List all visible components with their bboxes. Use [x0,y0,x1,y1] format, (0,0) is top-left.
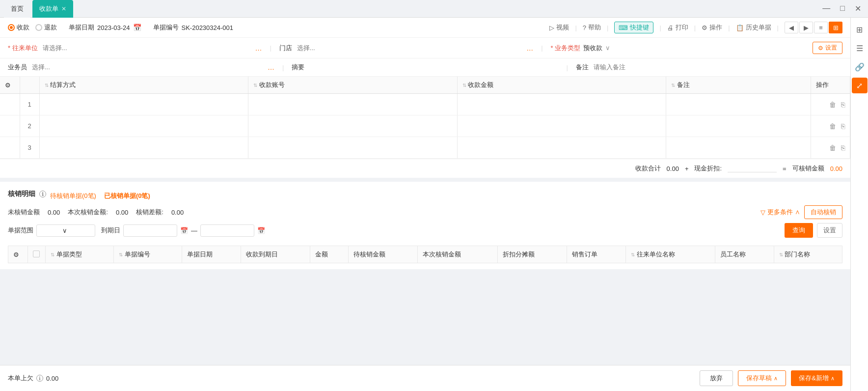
note-input[interactable] [592,62,842,72]
due-date-start-input[interactable]: 2022-04-01 [123,224,177,237]
maximize-btn[interactable]: □ [837,3,848,14]
salesman-more-icon[interactable]: … [268,63,274,71]
bill-range-field: 单据范围 ∨ [8,224,95,237]
counterpart-field: 往来单位 … [8,43,262,53]
available-label: 可核销金额 [792,164,824,173]
sidebar-expand-icon[interactable]: ⤢ [852,78,868,93]
row-account-cell[interactable] [248,94,458,115]
calendar-start-icon[interactable]: 📅 [180,227,188,234]
nav-next-btn[interactable]: ▶ [799,22,813,33]
tab-receipt[interactable]: 收款单 ✕ [32,0,73,18]
verify-tab-done[interactable]: 已核销单据(0笔) [104,192,150,200]
tab-home[interactable]: 首页 [4,0,30,18]
verify-info-icon[interactable]: ℹ [39,191,46,197]
radio-refund[interactable]: 退款 [35,23,57,32]
row-delete-icon[interactable]: 🗑 [829,122,836,130]
vth-discount: 折扣分摊额 [497,246,567,263]
tab-close-icon[interactable]: ✕ [61,5,66,12]
section-divider [0,178,850,182]
table-container: ⚙ ⇅ 结算方式 ⇅ 收款账号 ⇅ [0,77,850,159]
nav-grid-btn[interactable]: ⊞ [829,22,842,33]
action-operations[interactable]: ⚙ 操作 [702,23,722,32]
minimize-btn[interactable]: — [819,3,833,14]
close-btn[interactable]: ✕ [852,3,864,14]
auto-verify-btn[interactable]: 自动核销 [804,205,842,219]
store-more-icon[interactable]: … [526,44,533,52]
vth-settings[interactable]: ⚙ [8,246,28,263]
abandon-btn[interactable]: 放弃 [700,370,733,386]
total-label: 收款合计 [635,164,661,173]
verify-table-container: ⚙ ⇅ 单据类型 ⇅ 单据编号 单据日期 收款到期日 [8,246,842,263]
radio-receive[interactable]: 收款 [8,23,29,32]
more-conditions-btn[interactable]: ▽ 更多条件 ∧ [760,208,800,217]
bill-date-field: 单据日期 2023-03-24 📅 [69,23,141,32]
verify-tab-pending[interactable]: 待核销单据(0笔) [50,192,96,200]
nav-list-btn[interactable]: ≡ [814,22,828,33]
video-label: 视频 [556,23,569,32]
sidebar-table-icon[interactable]: ⊞ [852,22,868,37]
row-note-cell[interactable] [666,115,811,137]
equals-sign: = [783,165,787,172]
settings-gear-icon: ⚙ [818,45,823,52]
action-shortcut[interactable]: ⌨ 快捷键 [614,22,653,33]
row-payment-cell[interactable] [39,137,248,159]
th-account: ⇅ 收款账号 [248,77,458,94]
row-amount-cell[interactable] [457,137,666,159]
nav-icons: ◀ ▶ ≡ ⊞ [785,22,842,33]
radio-refund-label: 退款 [44,23,57,32]
diff-value: 0.00 [171,209,184,216]
sidebar-link-icon[interactable]: 🔗 [852,59,868,75]
action-help[interactable]: ? 帮助 [583,23,601,32]
counterpart-more-icon[interactable]: … [255,44,262,52]
row-payment-cell[interactable] [39,94,248,115]
action-print[interactable]: 🖨 打印 [667,23,688,32]
row-delete-icon[interactable]: 🗑 [829,144,836,152]
discount-input[interactable] [728,165,777,172]
store-input[interactable] [295,43,523,53]
abstract-field: 摘要 [292,62,558,72]
save-draft-arrow: ∧ [774,375,778,382]
vth-pending-amount: 待核销金额 [348,246,417,263]
select-all-checkbox[interactable] [33,251,40,257]
bill-range-select[interactable]: ∨ [36,224,95,237]
row-amount-cell[interactable] [457,94,666,115]
th-settings[interactable]: ⚙ [0,77,20,94]
business-type-arrow[interactable]: ∨ [605,44,610,52]
save-draft-btn[interactable]: 保存草稿 ∧ [738,370,786,386]
row-num-cell: 1 [20,94,39,115]
bill-date-calendar-icon[interactable]: 📅 [133,24,141,31]
query-btn[interactable]: 查询 [785,223,813,238]
settings-button[interactable]: ⚙ 设置 [813,42,842,54]
due-date-label: 到期日 [101,226,120,235]
row-amount-cell[interactable] [457,115,666,137]
row-account-cell[interactable] [248,115,458,137]
row-note-cell[interactable] [666,137,811,159]
nav-prev-btn[interactable]: ◀ [785,22,798,33]
row-account-cell[interactable] [248,137,458,159]
form-toolbar: 收款 退款 单据日期 2023-03-24 📅 单据编号 SK-20230324… [0,18,850,38]
form-card: 收款 退款 单据日期 2023-03-24 📅 单据编号 SK-20230324… [0,18,850,178]
th-row-num [20,77,39,94]
table-row: 1 🗑 ⎘ [0,94,850,115]
sidebar-list-icon[interactable]: ☰ [852,40,868,56]
due-date-range: 到期日 2022-04-01 📅 — 2022-04-12 📅 [101,224,265,237]
save-new-btn[interactable]: 保存&新增 ∧ [791,370,842,386]
row-actions-cell: 🗑 ⎘ [811,94,850,115]
abstract-input[interactable] [307,62,558,72]
verify-settings-btn[interactable]: 设置 [817,223,842,238]
row-copy-icon[interactable]: ⎘ [841,122,845,130]
help-label: 帮助 [588,23,601,32]
counterpart-input[interactable] [41,43,252,53]
row-copy-icon[interactable]: ⎘ [841,144,845,152]
action-video[interactable]: ▷ 视频 [549,23,569,32]
row-copy-icon[interactable]: ⎘ [841,101,845,109]
salesman-input[interactable] [30,62,265,72]
row-delete-icon[interactable]: 🗑 [829,101,836,109]
calendar-end-icon[interactable]: 📅 [257,227,265,234]
due-date-end-input[interactable]: 2022-04-12 [200,224,254,237]
bill-prev-info-icon[interactable]: ℹ [36,375,43,382]
row-payment-cell[interactable] [39,115,248,137]
summary-row: 收款合计 0.00 + 现金折扣: = 可核销金额 0.00 [0,159,850,178]
row-note-cell[interactable] [666,94,811,115]
action-history[interactable]: 📋 历史单据 [736,23,771,32]
